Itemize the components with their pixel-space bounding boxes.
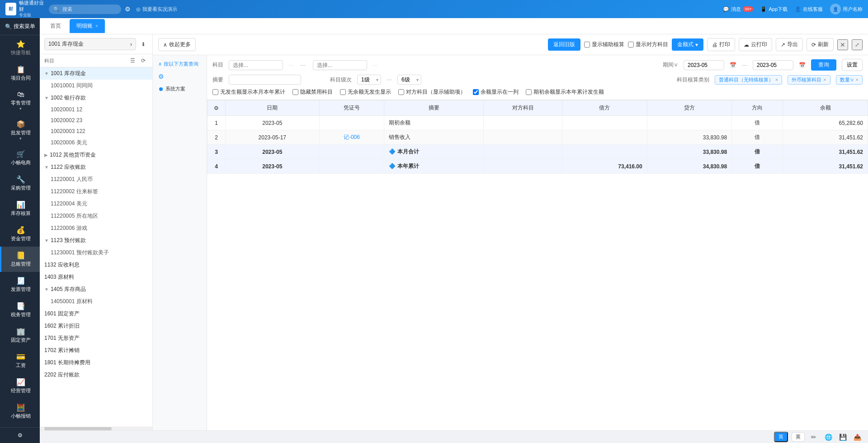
- level-end-wrap[interactable]: 6级: [397, 75, 421, 85]
- lang-en-btn[interactable]: 英: [792, 432, 805, 442]
- level-start-wrap[interactable]: 1级: [357, 75, 381, 85]
- sidebar-item-funds[interactable]: 💰 资金管理: [0, 221, 40, 247]
- th-settings[interactable]: ⚙: [208, 100, 226, 116]
- type-tag-qty[interactable]: 数量∨ ×: [836, 75, 863, 85]
- subject-input[interactable]: [229, 60, 283, 70]
- export-btn[interactable]: ↗ 导出: [776, 38, 803, 51]
- sidebar-item-wholesale[interactable]: 📦 批发管理 ▾: [0, 115, 40, 145]
- cb-contra[interactable]: 对方科目（显示辅助项）: [398, 88, 466, 96]
- account-selector[interactable]: 1001 库存现金 ›: [44, 38, 136, 50]
- sidebar-settings-btn[interactable]: ⚙: [0, 427, 40, 443]
- tree-node-11230001[interactable]: 11230001 预付账款美子: [40, 247, 152, 259]
- tree-node-11220001[interactable]: 11220001 人民币: [40, 173, 152, 186]
- cb-ytd[interactable]: 期初余额显示本年累计发生额: [526, 88, 604, 96]
- tab-detail[interactable]: 明细账 ×: [70, 19, 105, 33]
- service-btn[interactable]: 👤 在线客服: [795, 6, 823, 13]
- close-panel-btn[interactable]: ✕: [837, 39, 848, 50]
- type-tag-qty-close[interactable]: ×: [856, 77, 859, 82]
- query-btn[interactable]: 查询: [811, 59, 836, 71]
- sidebar-item-nav[interactable]: ⭐ 快捷导航: [0, 35, 40, 61]
- subject-end-input[interactable]: [313, 60, 367, 70]
- sidebar-item-operations[interactable]: 📈 经营管理: [0, 373, 40, 399]
- cb-no-balance[interactable]: 无余额无发生显示: [340, 88, 391, 96]
- tree-node-10020002[interactable]: 10020002 23: [40, 115, 152, 126]
- tree-node-1122[interactable]: ▼ 1122 应收账款: [40, 161, 152, 173]
- cb-balance-col[interactable]: 余额显示在一列: [473, 88, 519, 96]
- message-btn[interactable]: 💬 消息 99+: [723, 6, 753, 13]
- user-area[interactable]: 👤 用户名称: [830, 4, 863, 14]
- sidebar-item-assets[interactable]: 🏢 固定资产: [0, 323, 40, 348]
- level-end-select[interactable]: 6级: [397, 75, 421, 85]
- tree-refresh-btn[interactable]: ⟳: [139, 56, 148, 65]
- fullscreen-btn[interactable]: ⤢: [852, 39, 863, 50]
- cb-no-amount-check[interactable]: [212, 89, 218, 95]
- scheme-query-btn[interactable]: ∧ 按以下方案查询: [156, 59, 203, 69]
- tree-node-1403[interactable]: 1403 原材料: [40, 271, 152, 283]
- tree-node-2202[interactable]: 2202 应付账款: [40, 369, 152, 381]
- sidebar-item-expense[interactable]: 🧮 小畅报销: [0, 399, 40, 424]
- show-aux-checkbox[interactable]: 显示辅助核算: [584, 41, 624, 48]
- sidebar-item-inventory[interactable]: 📊 库存核算: [0, 196, 40, 221]
- tab-close-btn[interactable]: ×: [95, 24, 98, 29]
- print-btn[interactable]: 🖨 打印: [707, 38, 735, 51]
- show-contra-checkbox[interactable]: 显示对方科目: [628, 41, 668, 48]
- sidebar-item-retail[interactable]: 🛍 零售管理 ▾: [0, 86, 40, 115]
- tree-node-1012[interactable]: ▶ 1012 其他货币资金: [40, 149, 152, 161]
- tree-node-1702[interactable]: 1702 累计摊销: [40, 344, 152, 357]
- period-end-input[interactable]: [753, 60, 793, 70]
- tree-node-1001[interactable]: ▼ 1001 库存现金: [40, 67, 152, 80]
- show-aux-check[interactable]: [584, 42, 590, 48]
- type-tag-foreign[interactable]: 外币核算科目 ×: [788, 75, 830, 85]
- cloud-save-icon-btn[interactable]: 💾: [837, 432, 848, 443]
- demo-btn[interactable]: ◎ 我要看实况演示: [136, 6, 177, 13]
- tree-node-11220006[interactable]: 11220006 游戏: [40, 222, 152, 234]
- tree-node-10010001[interactable]: 10010001 同同同: [40, 80, 152, 92]
- cb-contra-check[interactable]: [398, 89, 404, 95]
- type-tag-normal-close[interactable]: ×: [775, 77, 778, 82]
- cb-balance-col-check[interactable]: [473, 89, 479, 95]
- tree-node-1405[interactable]: ▼ 1405 库存商品: [40, 283, 152, 295]
- cb-ytd-check[interactable]: [526, 89, 532, 95]
- more-btn[interactable]: ∧ 收起更多: [158, 38, 196, 51]
- cb-no-amount[interactable]: 无发生额显示本月本年累计: [212, 88, 285, 96]
- tree-node-1801[interactable]: 1801 长期待摊费用: [40, 357, 152, 369]
- return-old-btn[interactable]: 返回旧版: [548, 38, 580, 51]
- cb-hide-disabled-check[interactable]: [292, 89, 298, 95]
- sidebar-item-project[interactable]: 📋 项目合同: [0, 61, 40, 86]
- tree-node-11220005[interactable]: 11220005 所在地区: [40, 210, 152, 222]
- tree-node-1601[interactable]: 1601 固定资产: [40, 308, 152, 320]
- type-tag-normal[interactable]: 普通科目（无特殊核算） ×: [715, 75, 782, 85]
- level-start-select[interactable]: 1级: [357, 75, 381, 85]
- tree-node-1123[interactable]: ▼ 1123 预付账款: [40, 234, 152, 247]
- tree-node-11220002[interactable]: 11220002 往来标签: [40, 186, 152, 198]
- scheme-system-item[interactable]: 系统方案: [156, 84, 203, 94]
- sidebar-item-base[interactable]: ℹ 基础信息: [0, 424, 40, 427]
- tree-node-1602[interactable]: 1602 累计折旧: [40, 320, 152, 332]
- tree-list-view-btn[interactable]: ☰: [128, 56, 137, 65]
- sidebar-item-purchase[interactable]: 🔧 采购管理: [0, 171, 40, 196]
- settings-filter-btn[interactable]: 设置: [842, 59, 863, 71]
- amount-format-btn[interactable]: 金额式 ▾: [672, 38, 703, 51]
- download-btn[interactable]: 📱 App下载: [760, 6, 788, 13]
- tree-node-10020006[interactable]: 10020006 美元: [40, 137, 152, 149]
- lang-zh-btn[interactable]: 英: [774, 432, 788, 442]
- summary-input[interactable]: [229, 75, 301, 85]
- pencil-icon-btn[interactable]: ✏: [808, 432, 819, 443]
- tree-node-1701[interactable]: 1701 无形资产: [40, 332, 152, 344]
- type-tag-foreign-close[interactable]: ×: [823, 77, 826, 82]
- tree-node-10020003[interactable]: 10020003 122: [40, 126, 152, 137]
- show-contra-check[interactable]: [628, 42, 634, 48]
- voucher-link[interactable]: 记-006: [344, 134, 360, 140]
- sidebar-item-tax[interactable]: 📑 税务管理: [0, 297, 40, 323]
- sidebar-item-ecommerce[interactable]: 🛒 小畅电商: [0, 145, 40, 171]
- cb-hide-disabled[interactable]: 隐藏禁用科目: [292, 88, 333, 96]
- cloud-print-btn[interactable]: ☁ 云打印: [739, 38, 772, 51]
- sidebar-item-ledger[interactable]: 📒 总账管理: [0, 247, 40, 272]
- search-menu-btn[interactable]: 🔍 搜索菜单: [0, 18, 40, 35]
- expand-all-btn[interactable]: ⬇: [139, 40, 148, 49]
- period-start-input[interactable]: [684, 60, 724, 70]
- tree-node-11220004[interactable]: 11220004 美元: [40, 198, 152, 210]
- cb-no-balance-check[interactable]: [340, 89, 346, 95]
- search-bar[interactable]: 🔍 搜索: [49, 5, 121, 14]
- tree-node-1132[interactable]: 1132 应收利息: [40, 259, 152, 271]
